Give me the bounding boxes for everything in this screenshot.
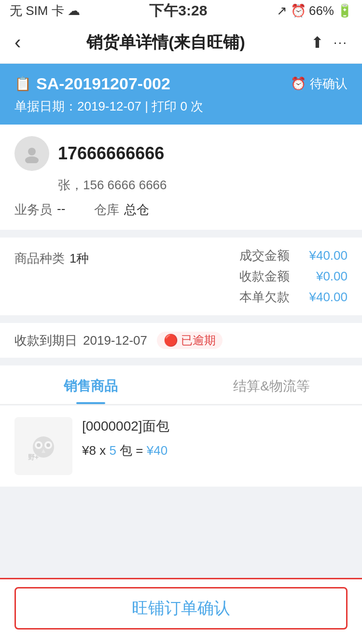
- owed-amount-row: 本单欠款 ¥40.00: [239, 289, 348, 306]
- customer-phone: 17666666666: [58, 143, 164, 164]
- back-button[interactable]: ‹: [14, 31, 21, 53]
- nav-left[interactable]: ‹: [14, 31, 21, 53]
- salesperson-value: --: [57, 201, 65, 218]
- transaction-amount-row: 成交金额 ¥40.00: [239, 247, 348, 264]
- nav-bar: ‹ 销货单详情(来自旺铺) ⬆ ···: [0, 21, 362, 64]
- received-amount-value: ¥0.00: [299, 269, 348, 284]
- order-status: ⏰ 待确认: [291, 75, 348, 92]
- sim-status: 无 SIM 卡 ☁: [10, 2, 80, 19]
- battery-icon: ↗ ⏰: [277, 3, 306, 18]
- status-right: ↗ ⏰ 66% 🔋: [277, 3, 352, 18]
- order-id: 📋 SA-20191207-002: [14, 74, 170, 93]
- battery-bar: 🔋: [337, 3, 352, 18]
- status-bar: 无 SIM 卡 ☁ 下午3:28 ↗ ⏰ 66% 🔋: [0, 0, 362, 21]
- stats-right: 成交金额 ¥40.00 收款金额 ¥0.00 本单欠款 ¥40.00: [239, 247, 348, 306]
- received-amount-label: 收款金额: [239, 268, 290, 285]
- status-time: 下午3:28: [149, 1, 207, 21]
- customer-card: 17666666666 张，156 6666 6666 业务员 -- 仓库 总仓: [0, 125, 362, 230]
- transaction-amount-value: ¥40.00: [299, 248, 348, 263]
- stats-left: 商品种类 1种: [14, 247, 239, 267]
- svg-point-5: [37, 443, 41, 447]
- bottom-bar: 旺铺订单确认: [0, 578, 362, 644]
- avatar: [14, 136, 49, 171]
- product-info: [0000002]面包 ¥8 x 5 包 = ¥40: [82, 417, 348, 459]
- confirm-order-button[interactable]: 旺铺订单确认: [14, 587, 348, 630]
- product-section: 野+ [0000002]面包 ¥8 x 5 包 = ¥40: [0, 406, 362, 487]
- nav-right: ⬆ ···: [311, 33, 348, 52]
- battery-level: 66%: [309, 3, 334, 18]
- product-price: ¥8 x 5 包 = ¥40: [82, 442, 348, 459]
- product-name: [0000002]面包: [82, 417, 348, 435]
- due-date-value: 2019-12-07: [83, 333, 147, 348]
- quantity-highlight: 5: [109, 443, 116, 458]
- due-date-card: 收款到期日 2019-12-07 🔴 已逾期: [0, 323, 362, 358]
- price-formula: ¥8 x 5 包 = ¥40: [82, 443, 167, 458]
- warehouse-field: 仓库 总仓: [94, 201, 149, 218]
- product-item: 野+ [0000002]面包 ¥8 x 5 包 = ¥40: [14, 417, 348, 475]
- svg-point-0: [28, 148, 36, 155]
- warehouse-label: 仓库: [94, 201, 119, 218]
- due-date-label: 收款到期日: [14, 332, 77, 349]
- salesperson-label: 业务员: [14, 201, 52, 218]
- svg-point-1: [25, 156, 39, 163]
- page-title: 销货单详情(来自旺铺): [86, 31, 245, 54]
- total-price: ¥40: [147, 443, 167, 458]
- product-thumbnail: 野+: [14, 417, 72, 475]
- product-type-value: 1种: [70, 250, 89, 267]
- status-left: 无 SIM 卡 ☁: [10, 2, 80, 19]
- svg-text:野+: 野+: [28, 453, 39, 461]
- svg-point-6: [46, 443, 50, 447]
- bottom-spacer: [0, 487, 362, 583]
- salesperson-field: 业务员 --: [14, 201, 65, 218]
- order-header: 📋 SA-20191207-002 ⏰ 待确认 单据日期：2019-12-07 …: [0, 64, 362, 125]
- warehouse-value: 总仓: [124, 201, 149, 218]
- owed-amount-value: ¥40.00: [299, 290, 348, 305]
- tab-sales-goods[interactable]: 销售商品: [0, 365, 181, 404]
- customer-meta: 业务员 -- 仓库 总仓: [14, 201, 348, 218]
- received-amount-row: 收款金额 ¥0.00: [239, 268, 348, 285]
- order-icon: 📋: [14, 76, 31, 92]
- overdue-text: 已逾期: [181, 333, 216, 348]
- tab-settlement[interactable]: 结算&物流等: [181, 365, 362, 404]
- product-type-label: 商品种类: [14, 250, 65, 267]
- order-date: 单据日期：2019-12-07 | 打印 0 次: [14, 98, 348, 115]
- stats-card: 商品种类 1种 成交金额 ¥40.00 收款金额 ¥0.00 本单欠款 ¥40.…: [0, 238, 362, 315]
- share-icon[interactable]: ⬆: [311, 33, 324, 52]
- more-icon[interactable]: ···: [334, 35, 348, 50]
- overdue-badge: 🔴 已逾期: [157, 332, 223, 349]
- clock-icon: ⏰: [291, 76, 306, 91]
- warning-icon: 🔴: [164, 334, 178, 347]
- customer-name: 张，156 6666 6666: [14, 177, 348, 194]
- tabs-bar: 销售商品 结算&物流等: [0, 365, 362, 405]
- owed-amount-label: 本单欠款: [239, 289, 290, 306]
- transaction-amount-label: 成交金额: [239, 247, 290, 264]
